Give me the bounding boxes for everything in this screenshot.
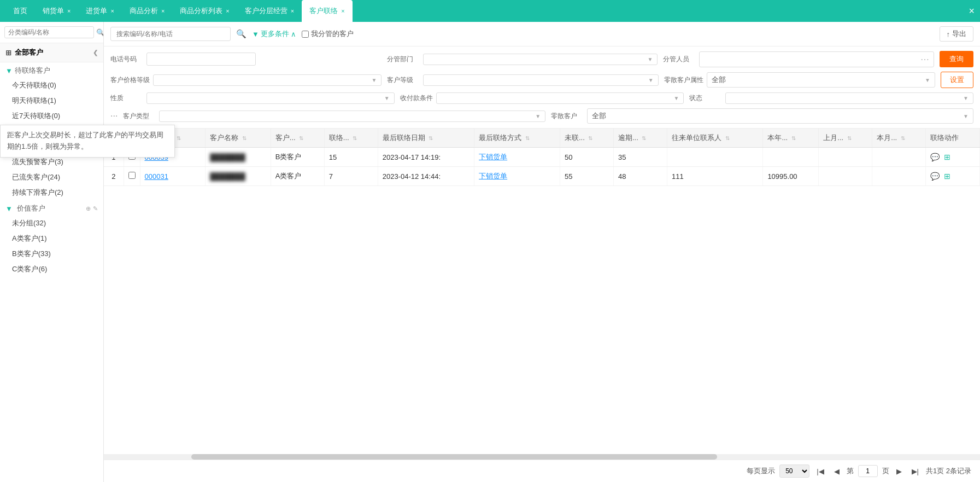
sort-icon-uncontacted[interactable]: ⇅ <box>588 135 592 141</box>
row1-last-method[interactable]: 下销货单 <box>474 148 560 167</box>
sidebar-item-ungrouped[interactable]: 未分组(32) <box>0 216 103 231</box>
total-label: 共1页 2条记录 <box>926 466 971 476</box>
nav-purchase[interactable]: 进货单 × <box>78 0 121 22</box>
horizontal-scrollbar[interactable] <box>104 454 980 460</box>
sort-icon-overdue[interactable]: ⇅ <box>642 135 646 141</box>
filter-search-button[interactable]: 🔍 <box>236 29 247 39</box>
sidebar-section-pending[interactable]: ▼ 待联络客户 <box>0 62 103 78</box>
sidebar-item-tomorrow[interactable]: 明天待联络(1) <box>0 93 103 108</box>
query-button[interactable]: 查询 <box>940 51 973 67</box>
arrow-pending: ▼ <box>5 67 13 75</box>
page-first-btn[interactable]: |◀ <box>814 466 826 477</box>
customer-type-select[interactable]: ▼ <box>159 111 545 122</box>
sidebar-all-customers[interactable]: ⊞ 全部客户 ❮ <box>0 43 103 62</box>
sort-icon-unit-contact[interactable]: ⇅ <box>725 135 730 141</box>
sidebar-collapse-btn[interactable]: ❮ <box>93 49 98 56</box>
manager-select[interactable]: ⋯ <box>699 51 934 67</box>
row1-more-icon[interactable]: ⊞ <box>944 153 950 161</box>
col-customer-type: 客户... ⇅ <box>271 129 324 148</box>
export-button[interactable]: ↑ 导出 <box>940 26 974 42</box>
add-group-icon[interactable]: ⊕ <box>86 205 91 212</box>
row2-checkbox[interactable] <box>124 167 140 186</box>
row1-contact-count: 15 <box>324 148 378 167</box>
payment-select[interactable]: ▼ <box>436 92 684 104</box>
sort-icon-year[interactable]: ⇅ <box>791 135 796 141</box>
dept-label: 分管部门 <box>387 55 420 64</box>
sort-icon-this-month[interactable]: ⇅ <box>901 135 905 141</box>
sort-icon-contact[interactable]: ⇅ <box>353 135 357 141</box>
nav-product-analysis[interactable]: 商品分析 × <box>122 0 172 22</box>
gender-select[interactable]: ▼ <box>146 92 395 104</box>
sidebar-section-value[interactable]: ▼ 价值客户 ⊕ ✎ <box>0 200 103 216</box>
col-last-month: 上月... ⇅ <box>819 129 872 148</box>
dept-select[interactable]: ▼ <box>423 54 658 65</box>
row2-chat-icon[interactable]: 💬 <box>930 172 940 181</box>
close-purchase[interactable]: × <box>110 8 114 14</box>
customer-type-label: 客户类型 <box>123 112 156 121</box>
main-layout: 🔍 ⊞ 全部客户 ❮ ▼ 待联络客户 今天待联络(0) 明天待联络(1) 近7天… <box>0 22 980 482</box>
sidebar-search-input[interactable] <box>4 26 94 38</box>
phone-label: 电话号码 <box>110 55 143 64</box>
close-sales[interactable]: × <box>67 8 71 14</box>
sidebar-item-declining[interactable]: 持续下滑客户(2) <box>0 185 103 200</box>
nav-customer-tier[interactable]: 客户分层经营 × <box>237 0 302 22</box>
scroll-thumb[interactable] <box>191 454 717 460</box>
more-filters-dots[interactable]: ··· <box>110 111 118 121</box>
status-select[interactable]: ▼ <box>725 92 973 104</box>
filter-search-input[interactable] <box>110 27 231 41</box>
sidebar-search-icon[interactable]: 🔍 <box>96 28 104 37</box>
close-product-analysis[interactable]: × <box>161 8 165 14</box>
nav-customer-contact[interactable]: 客户联络 × <box>302 0 352 22</box>
more-conditions-btn[interactable]: ▼ 更多条件 ∧ <box>252 29 296 39</box>
row2-code[interactable]: 000031 <box>140 167 206 186</box>
sort-icon-code[interactable]: ⇅ <box>177 135 181 141</box>
my-customers-checkbox[interactable] <box>302 31 309 38</box>
page-label: 第 <box>847 466 854 476</box>
row2-last-method[interactable]: 下销货单 <box>474 167 560 186</box>
nav-home[interactable]: 首页 <box>5 0 35 22</box>
retail-attr-select[interactable]: 全部▼ <box>707 72 935 88</box>
phone-input[interactable] <box>146 53 256 66</box>
close-all-tabs[interactable]: × <box>969 5 975 17</box>
per-page-select[interactable]: 50 100 <box>779 464 809 478</box>
nav-product-list[interactable]: 商品分析列表 × <box>172 0 237 22</box>
page-number-input[interactable] <box>858 465 878 477</box>
filter-row-2: 客户价格等级 ▼ 客户等级 ▼ 零散客户属性 全部▼ <box>110 72 973 88</box>
close-customer-contact[interactable]: × <box>341 8 344 14</box>
retail-attr-field: 零散客户属性 全部▼ <box>664 72 935 88</box>
table-row: 2 000031 ███████ A类客户 7 2023-04-12 14:44… <box>104 167 980 186</box>
row1-chat-icon[interactable]: 💬 <box>930 153 940 161</box>
page-prev-btn[interactable]: ◀ <box>831 466 842 477</box>
retail-customer-label: 零散客户 <box>551 112 584 121</box>
sidebar-item-b-class[interactable]: B类客户(33) <box>0 246 103 262</box>
row2-contact-count: 7 <box>324 167 378 186</box>
my-customers-checkbox-label[interactable]: 我分管的客户 <box>302 29 354 39</box>
sidebar-item-c-class[interactable]: C类客户(6) <box>0 262 103 277</box>
sidebar-item-today[interactable]: 今天待联络(0) <box>0 78 103 93</box>
customer-level-select[interactable]: ▼ <box>423 74 658 86</box>
close-product-list[interactable]: × <box>226 8 229 14</box>
nav-sales[interactable]: 销货单 × <box>35 0 78 22</box>
filter-icon: ▼ <box>252 30 259 38</box>
col-year-amount: 本年... ⇅ <box>763 129 819 148</box>
retail-customer-select[interactable]: 全部▼ <box>587 108 973 124</box>
page-next-btn[interactable]: ▶ <box>894 466 905 477</box>
customer-grade-select[interactable]: ▼ <box>153 74 382 86</box>
row2-year-amount: 10995.00 <box>763 167 819 186</box>
sidebar-item-7days[interactable]: 近7天待联络(0) <box>0 108 103 124</box>
sort-icon-name[interactable]: ⇅ <box>242 135 247 141</box>
sidebar-item-a-class[interactable]: A类客户(1) <box>0 231 103 246</box>
chevron-down-icon: ∧ <box>291 30 296 38</box>
row1-unit-contact <box>667 148 762 167</box>
page-last-btn[interactable]: ▶| <box>909 466 922 477</box>
settings-button[interactable]: 设置 <box>941 72 973 88</box>
sort-icon-last-month[interactable]: ⇅ <box>847 135 852 141</box>
sort-icon-type[interactable]: ⇅ <box>299 135 303 141</box>
row2-select[interactable] <box>128 172 136 179</box>
sort-icon-last-method[interactable]: ⇅ <box>525 135 530 141</box>
edit-group-icon[interactable]: ✎ <box>93 205 98 212</box>
sort-icon-last-date[interactable]: ⇅ <box>429 135 433 141</box>
row2-more-icon[interactable]: ⊞ <box>944 172 950 181</box>
close-customer-tier[interactable]: × <box>291 8 294 14</box>
sidebar-item-lost[interactable]: 已流失客户(24) <box>0 170 103 185</box>
